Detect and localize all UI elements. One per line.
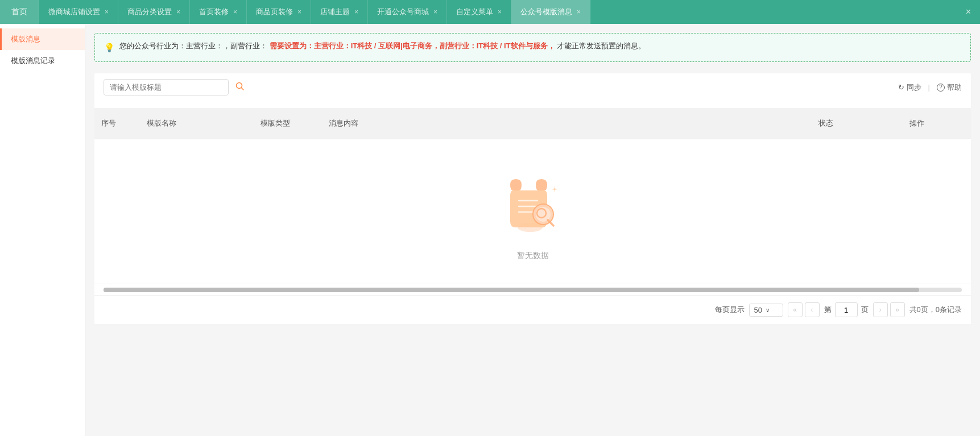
empty-state: 暂无数据 [94,139,971,284]
close-product-decoration-icon[interactable]: × [297,9,301,15]
page-nav: « ‹ [788,302,820,317]
close-category-settings-icon[interactable]: × [176,9,180,15]
tab-home[interactable]: 首页 [0,0,39,24]
notice-highlight: 需要设置为：主营行业：IT科技 / 互联网|电子商务，副营行业：IT科技 / I… [270,41,555,50]
tab-store-settings-label: 微商城店铺设置 [48,7,100,17]
sidebar-item-template-message-record[interactable]: 模版消息记录 [0,50,85,72]
tab-custom-menu[interactable]: 自定义菜单 × [447,0,511,24]
th-action: 操作 [903,114,971,133]
total-info: 共0页，0条记录 [909,305,962,315]
tab-store-theme-label: 店铺主题 [320,7,350,17]
tab-home-decoration[interactable]: 首页装修 × [190,0,247,24]
tab-home-label: 首页 [11,7,27,17]
search-icon [235,83,245,93]
prev-page-button[interactable]: ‹ [805,302,820,317]
sidebar-item-template-message-record-label: 模版消息记录 [11,56,55,65]
tab-template-message-label: 公众号模版消息 [520,7,572,17]
tab-home-decoration-label: 首页装修 [199,7,229,17]
sidebar: 模版消息 模版消息记录 [0,24,85,436]
tab-custom-menu-label: 自定义菜单 [456,7,493,17]
tab-template-message[interactable]: 公众号模版消息 × [511,0,590,24]
tab-bar: 首页 微商城店铺设置 × 商品分类设置 × 首页装修 × 商品页装修 × 店铺主… [0,0,980,24]
notice-suffix: 才能正常发送预置的消息。 [557,41,646,50]
first-page-button[interactable]: « [788,302,803,317]
chevron-down-icon: ∨ [766,307,770,313]
first-page-icon: « [793,306,797,314]
close-open-wechat-icon[interactable]: × [433,9,437,15]
notice-banner: 💡 您的公众号行业为：主营行业：，副营行业： 需要设置为：主营行业：IT科技 /… [94,33,971,62]
pagination: 每页显示 50 ∨ « ‹ 第 页 [94,295,971,324]
page-size-label: 每页显示 [715,305,745,315]
notice-icon: 💡 [104,41,115,55]
tab-product-decoration-label: 商品页装修 [256,7,293,17]
notice-text: 您的公众号行业为：主营行业：，副营行业： 需要设置为：主营行业：IT科技 / 互… [119,40,646,52]
help-button[interactable]: ? 帮助 [937,82,962,93]
close-store-theme-icon[interactable]: × [354,9,358,15]
close-all-button[interactable]: × [957,7,980,17]
scrollbar-area[interactable] [94,284,971,295]
sync-button[interactable]: ↻ 同步 [898,82,921,93]
horizontal-scrollbar[interactable] [104,288,962,292]
tab-open-wechat-label: 开通公众号商城 [377,7,429,17]
tab-category-settings[interactable]: 商品分类设置 × [118,0,190,24]
th-name: 模版名称 [140,114,254,133]
tab-product-decoration[interactable]: 商品页装修 × [247,0,311,24]
help-label: 帮助 [947,82,962,93]
last-page-icon: » [895,306,899,314]
page-size-value: 50 [754,306,762,314]
empty-text: 暂无数据 [517,251,549,261]
th-seq: 序号 [94,114,140,133]
search-input[interactable] [104,79,229,95]
sync-icon: ↻ [898,83,904,92]
sidebar-item-template-message-label: 模版消息 [11,35,40,43]
th-status: 状态 [812,114,903,133]
search-right: ↻ 同步 | ? 帮助 [898,82,962,93]
page-label2: 页 [861,305,869,315]
th-type: 模版类型 [254,114,322,133]
tab-store-settings[interactable]: 微商城店铺设置 × [39,0,118,24]
empty-icon [499,173,567,242]
content-area: 💡 您的公众号行业为：主营行业：，副营行业： 需要设置为：主营行业：IT科技 /… [85,24,980,436]
next-page-button[interactable]: › [873,302,888,317]
search-button[interactable] [233,80,247,95]
divider: | [928,83,930,92]
table-header: 序号 模版名称 模版类型 消息内容 状态 操作 [94,108,971,139]
sync-label: 同步 [907,82,921,93]
search-bar: ↻ 同步 | ? 帮助 [94,73,971,101]
page-size-select[interactable]: 50 ∨ [749,304,783,317]
th-content: 消息内容 [322,114,812,133]
main-layout: 模版消息 模版消息记录 💡 您的公众号行业为：主营行业：，副营行业： 需要设置为… [0,24,980,436]
close-store-settings-icon[interactable]: × [105,9,109,15]
last-page-button[interactable]: » [890,302,905,317]
table-container: ↻ 同步 | ? 帮助 序号 模版名称 模版类型 消息内容 状态 操作 [94,73,971,324]
help-circle-icon: ? [937,84,945,92]
next-page-icon: › [879,306,882,314]
page-input: 第 页 [824,302,869,317]
notice-prefix: 您的公众号行业为：主营行业：，副营行业： [119,41,267,50]
close-template-message-icon[interactable]: × [577,9,581,15]
tab-category-settings-label: 商品分类设置 [127,7,172,17]
page-nav-next: › » [873,302,905,317]
svg-line-1 [242,88,244,90]
page-number-input[interactable] [835,302,858,317]
page-label: 第 [824,305,832,315]
close-custom-menu-icon[interactable]: × [498,9,502,15]
prev-page-icon: ‹ [811,306,813,314]
search-left [104,79,247,95]
tab-open-wechat[interactable]: 开通公众号商城 × [368,0,447,24]
scrollbar-thumb[interactable] [104,288,919,292]
close-home-decoration-icon[interactable]: × [233,9,237,15]
tab-store-theme[interactable]: 店铺主题 × [311,0,368,24]
sidebar-item-template-message[interactable]: 模版消息 [0,28,85,50]
